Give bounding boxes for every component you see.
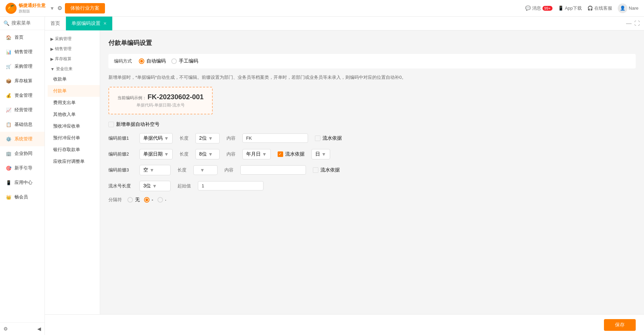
sidebar-collapse-icon[interactable]: ◀ (37, 326, 41, 332)
sidebar-item-home[interactable]: 🏠 首页 (0, 30, 45, 45)
prefix3-label: 编码前缀3 (108, 167, 133, 173)
basic-icon: 📋 (6, 121, 12, 128)
sidebar-item-system[interactable]: ⚙️ 系统管理 (0, 132, 45, 146)
logo-area: 🍊 畅捷通好生意 旗舰版 (6, 2, 46, 14)
guide-icon: 🎯 (6, 165, 12, 171)
prefix1-serial-checkbox[interactable] (315, 136, 320, 141)
settings-icon[interactable]: ⚙ (57, 5, 62, 11)
section-funds[interactable]: ▼ 资金往来 (45, 63, 100, 73)
trial-button[interactable]: 体验行业方案 (65, 3, 105, 13)
sidebar-item-sales[interactable]: 📊 销售管理 (0, 45, 45, 59)
prefix3-select[interactable]: 空 ▼ (140, 165, 171, 175)
minimize-icon[interactable]: — (626, 20, 632, 27)
sidebar-item-purchase[interactable]: 🛒 采购管理 (0, 59, 45, 74)
auto-coding-radio[interactable]: 自动编码 (139, 58, 166, 64)
separator-dash-radio[interactable]: - (144, 197, 153, 203)
manual-coding-radio[interactable]: 手工编码 (171, 58, 198, 64)
sales-icon: 📊 (6, 49, 12, 55)
separator-radio-group: 无 - · (127, 197, 166, 203)
enterprise-icon: 🏢 (6, 150, 12, 157)
prefix2-length-select[interactable]: 8位 ▼ (195, 149, 220, 159)
prefix1-length-label: 长度 (180, 135, 189, 141)
section-sales-arrow: ▶ (50, 47, 54, 52)
content-inner: ▶ 采购管理 ▶ 销售管理 ▶ 库存核算 ▼ 资金往来 收款单 (45, 30, 644, 314)
prefix1-length-arrow-icon: ▼ (208, 136, 213, 141)
sub-item-advance-collect[interactable]: 预收冲应收单 (48, 120, 100, 132)
home-icon: 🏠 (6, 34, 12, 40)
sub-item-advance-pay[interactable]: 预付冲应付单 (48, 132, 100, 144)
separator-row: 分隔符 无 - · (108, 197, 636, 203)
prefix1-length-select[interactable]: 2位 ▼ (195, 133, 220, 143)
sidebar-item-enterprise[interactable]: 🏢 企业协同 (0, 146, 45, 161)
section-purchase[interactable]: ▶ 采购管理 (45, 33, 100, 43)
message-button[interactable]: 💬 消息 99+ (525, 5, 552, 11)
search-icon: 🔍 (3, 20, 9, 26)
sub-item-receipt[interactable]: 收款单 (48, 73, 100, 85)
app-download-button[interactable]: 📱 App下载 (558, 5, 582, 11)
separator-none-label: 无 (135, 197, 140, 203)
purchase-icon: 🛒 (6, 63, 12, 69)
prefix2-length-arrow-icon: ▼ (208, 151, 213, 157)
sub-item-payment[interactable]: 付款单 (48, 85, 100, 97)
finance-icon: 💰 (6, 92, 12, 99)
sub-item-expense[interactable]: 费用支出单 (48, 97, 100, 109)
section-sales[interactable]: ▶ 销售管理 (45, 43, 100, 53)
sidebar-item-basic[interactable]: 📋 基础信息 (0, 117, 45, 132)
sidebar-item-finance[interactable]: 💰 资金管理 (0, 88, 45, 103)
prefix3-length-label: 长度 (177, 167, 186, 173)
avatar-icon: 👤 (618, 3, 627, 13)
sidebar-item-appstore[interactable]: 📱 应用中心 (0, 175, 45, 190)
user-avatar[interactable]: 👤 Nare (618, 3, 638, 13)
tab-coding[interactable]: 单据编码设置 ✕ (66, 17, 113, 30)
sidebar-item-operation[interactable]: 📈 经营管理 (0, 103, 45, 117)
prefix2-serial-day-select[interactable]: 日 ▼ (311, 149, 330, 159)
online-service-button[interactable]: 🎧 在线客服 (587, 5, 612, 11)
serial-length-select[interactable]: 3位 ▼ (140, 181, 171, 191)
preview-box: 当前编码示例： FK-20230602-001 单据代码-单据日期-流水号 (108, 87, 213, 114)
appstore-icon: 📱 (6, 179, 12, 186)
sub-item-adjust[interactable]: 应收应付调整单 (48, 156, 100, 167)
tab-close-icon[interactable]: ✕ (103, 21, 107, 26)
logo-text: 畅捷通好生意 旗舰版 (19, 2, 46, 14)
auto-fill-checkbox[interactable]: 新增单据自动补空号 (108, 121, 636, 128)
prefix3-length-select[interactable]: ▼ (193, 165, 218, 175)
save-button[interactable]: 保存 (604, 319, 636, 331)
sub-item-bank-deposit[interactable]: 银行存取款单 (48, 144, 100, 156)
content-area: 首页 单据编码设置 ✕ — ⛶ ▶ 采购管理 ▶ 销售管 (45, 17, 644, 335)
page-title: 付款单编码设置 (108, 39, 636, 47)
system-icon: ⚙️ (6, 136, 12, 142)
search-menu[interactable]: 🔍 搜索菜单 (0, 17, 45, 30)
sidebar-item-guide[interactable]: 🎯 新手引导 (0, 161, 45, 175)
prefix1-serial-label: 流水依据 (323, 135, 342, 141)
maximize-icon[interactable]: ⛶ (634, 20, 640, 27)
prefix2-content-select[interactable]: 年月日 ▼ (242, 149, 271, 159)
prefix1-select[interactable]: 单据代码 ▼ (140, 133, 173, 143)
separator-dot-radio[interactable]: · (157, 197, 166, 203)
serial-length-label: 流水号长度 (108, 183, 133, 189)
sidebar-item-member[interactable]: 👑 畅会员 (0, 190, 45, 204)
prefix1-content-input[interactable] (242, 133, 308, 143)
manual-coding-circle (171, 58, 177, 64)
sub-item-other-income[interactable]: 其他收入单 (48, 109, 100, 120)
prefix3-content-label: 内容 (224, 167, 233, 173)
prefix2-serial-checkbox[interactable]: ✓ (278, 151, 283, 157)
logo-icon: 🍊 (6, 3, 17, 14)
start-value-input[interactable] (198, 181, 263, 190)
separator-none-radio[interactable]: 无 (127, 197, 140, 203)
prefix2-select[interactable]: 单据日期 ▼ (140, 149, 173, 159)
prefix2-content-label: 内容 (227, 151, 236, 157)
tab-home[interactable]: 首页 (45, 17, 66, 30)
sidebar-item-inventory[interactable]: 📦 库存核算 (0, 74, 45, 88)
preview-code-inline: FK-20230602-001 (147, 93, 203, 101)
second-sidebar: ▶ 采购管理 ▶ 销售管理 ▶ 库存核算 ▼ 资金往来 收款单 (45, 30, 100, 314)
section-funds-arrow: ▼ (50, 67, 55, 72)
dropdown-arrow[interactable]: ▼ (50, 6, 55, 11)
section-inventory[interactable]: ▶ 库存核算 (45, 53, 100, 63)
prefix3-serial-checkbox[interactable] (313, 167, 318, 173)
serial-length-row: 流水号长度 3位 ▼ 起始值 (108, 181, 636, 191)
sidebar-settings-icon[interactable]: ⚙ (3, 326, 8, 332)
prefix3-content-input[interactable] (240, 165, 306, 175)
app-icon: 📱 (558, 6, 564, 11)
prefix2-serial-arrow-icon: ▼ (321, 151, 326, 157)
auto-fill-label: 新增单据自动补空号 (116, 121, 160, 128)
